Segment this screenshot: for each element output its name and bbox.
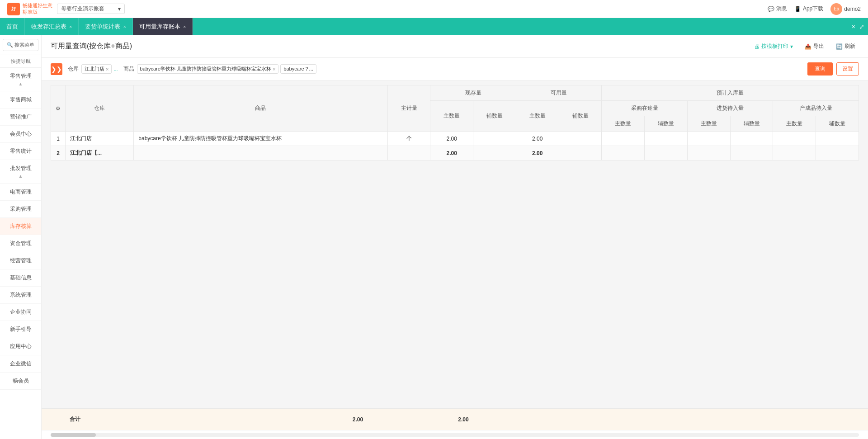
- row2-available-aux: [559, 146, 602, 160]
- production-aux-header: 辅数量: [816, 116, 859, 132]
- sidebar-item-purchase[interactable]: 采购管理: [0, 201, 41, 218]
- sidebar-item-member[interactable]: 会员中心: [0, 126, 41, 143]
- available-aux-qty-header: 辅数量: [559, 101, 602, 132]
- row1-index: 1: [51, 132, 66, 146]
- row2-index: 2: [51, 146, 66, 160]
- export-btn[interactable]: 📤 导出: [801, 41, 828, 52]
- tab-home[interactable]: 首页: [0, 18, 25, 35]
- row1-product: babycare学饮杯 儿童防摔防撞吸管杯重力球吸嘴杯宝宝水杯: [134, 132, 387, 146]
- filter-expand-btn[interactable]: ❯❯: [51, 63, 62, 75]
- purchase-aux-header: 辅数量: [645, 116, 688, 132]
- summary-current-aux: [384, 412, 437, 426]
- user-area[interactable]: Ea demo2: [830, 3, 861, 15]
- row2-warehouse: 江北门店【...: [66, 146, 134, 160]
- close-all-btn[interactable]: ×: [852, 23, 855, 30]
- nav-window-btns: × ⤢: [848, 18, 868, 35]
- template-print-btn[interactable]: 🖨 按模板打印 ▾: [750, 41, 797, 52]
- search-menu-btn[interactable]: 🔍 搜索菜单: [3, 39, 38, 51]
- row1-available-main: 2.00: [516, 132, 559, 146]
- product-tag-1[interactable]: babycare学饮杯 儿童防摔防撞吸管杯重力球吸嘴杯宝宝水杯 ×: [137, 64, 279, 74]
- message-btn[interactable]: 💬 消息: [768, 5, 787, 13]
- page-title: 可用量查询(按仓库+商品): [51, 42, 132, 51]
- chevron-icon-wholesale: ▲: [19, 174, 23, 179]
- maximize-btn[interactable]: ⤢: [859, 23, 864, 30]
- scrollbar-track[interactable]: [51, 433, 859, 437]
- close-available-tab[interactable]: ×: [183, 24, 186, 29]
- sidebar-item-newbie[interactable]: 新手引导: [0, 321, 41, 338]
- row1-production-aux: [816, 132, 859, 146]
- close-receipt-tab[interactable]: ×: [69, 24, 72, 29]
- app-download-btn[interactable]: 📱 App下载: [794, 5, 823, 13]
- tab-order-stats[interactable]: 要货单统计表 ×: [79, 18, 132, 35]
- sidebar-item-app-center[interactable]: 应用中心: [0, 338, 41, 355]
- sidebar-item-retail-mgmt[interactable]: 零售管理 ▲: [0, 68, 41, 91]
- row1-current-main: 2.00: [430, 132, 473, 146]
- sidebar-item-marketing[interactable]: 营销推广: [0, 109, 41, 126]
- sidebar-item-enterprise-collab[interactable]: 企业协同: [0, 304, 41, 321]
- gear-icon: ⚙: [56, 105, 61, 112]
- summary-p5: [754, 412, 807, 426]
- row1-unit: 个: [387, 132, 430, 146]
- sidebar-item-basic-info[interactable]: 基础信息: [0, 269, 41, 287]
- chevron-right-icon: ❯❯: [51, 66, 62, 73]
- content-area: 可用量查询(按仓库+商品) 🖨 按模板打印 ▾ 📤 导出 🔄 刷新: [42, 35, 868, 439]
- main-layout: 🔍 搜索菜单 快捷导航 零售管理 ▲ 零售商城 营销推广 会员中心 零售统计 批…: [0, 35, 868, 439]
- warehouse-filter: 仓库 江北门店 × ...: [68, 64, 118, 74]
- summary-table: 合计 2.00 2.00: [51, 412, 859, 426]
- incoming-main-header: 主数量: [687, 116, 730, 132]
- sidebar-item-wholesale[interactable]: 批发管理 ▲: [0, 160, 41, 184]
- industry-select[interactable]: 母婴行业演示账套 ▾: [57, 4, 125, 14]
- product-tag-2[interactable]: babycare？...: [280, 64, 316, 74]
- row2-product: [134, 146, 387, 160]
- scrollbar-thumb[interactable]: [51, 433, 96, 437]
- table-row: 2 江北门店【... 2.00 2.00: [51, 146, 859, 160]
- row1-purchase-aux: [645, 132, 688, 146]
- production-main-header: 主数量: [773, 116, 816, 132]
- close-order-tab[interactable]: ×: [123, 24, 126, 29]
- sidebar-item-retail-stats[interactable]: 零售统计: [0, 143, 41, 160]
- sidebar-item-operations[interactable]: 经营管理: [0, 252, 41, 269]
- remove-warehouse-tag[interactable]: ×: [106, 66, 108, 72]
- page-actions: 🖨 按模板打印 ▾ 📤 导出 🔄 刷新: [750, 41, 859, 52]
- settings-col-header[interactable]: ⚙: [51, 85, 66, 132]
- summary-empty2: [94, 412, 292, 426]
- refresh-btn[interactable]: 🔄 刷新: [832, 41, 859, 52]
- sidebar-item-system[interactable]: 系统管理: [0, 287, 41, 304]
- top-bar-right: 💬 消息 📱 App下载 Ea demo2: [768, 3, 861, 15]
- footer-scrollbar: [42, 430, 868, 439]
- remove-product-tag-1[interactable]: ×: [273, 66, 275, 72]
- tab-available-stock[interactable]: 可用量库存账本 ×: [133, 18, 193, 35]
- tab-receipt-summary[interactable]: 收发存汇总表 ×: [25, 18, 79, 35]
- query-btn[interactable]: 查询: [807, 62, 833, 76]
- sidebar: 🔍 搜索菜单 快捷导航 零售管理 ▲ 零售商城 营销推广 会员中心 零售统计 批…: [0, 35, 42, 439]
- chevron-icon: ▲: [19, 81, 23, 86]
- sidebar-item-wechat[interactable]: 企业微信: [0, 355, 41, 373]
- row1-incoming-main: [687, 132, 730, 146]
- sidebar-item-finance[interactable]: 资金管理: [0, 235, 41, 252]
- warehouse-more[interactable]: ...: [113, 66, 118, 72]
- current-main-qty-header: 主数量: [430, 101, 473, 132]
- sidebar-item-member-pro[interactable]: 畅会员: [0, 373, 41, 390]
- row2-purchase-main: [602, 146, 645, 160]
- sidebar-item-inventory[interactable]: 库存核算: [0, 218, 41, 235]
- warehouse-tag[interactable]: 江北门店 ×: [81, 64, 112, 74]
- avatar: Ea: [830, 3, 842, 15]
- summary-p1: [542, 412, 595, 426]
- data-table: ⚙ 仓库 商品 主计量 现存量 可用量 预计入库量 主数量 辅数量 主数量 辅数…: [51, 85, 859, 160]
- current-aux-qty-header: 辅数量: [473, 101, 516, 132]
- summary-bar: 合计 2.00 2.00: [42, 408, 868, 430]
- export-icon: 📤: [805, 43, 811, 50]
- sidebar-item-ecommerce[interactable]: 电商管理: [0, 184, 41, 201]
- product-tags: babycare学饮杯 儿童防摔防撞吸管杯重力球吸嘴杯宝宝水杯 × babyca…: [137, 64, 316, 74]
- quick-nav-btn[interactable]: 快捷导航: [0, 55, 41, 68]
- row2-incoming-main: [687, 146, 730, 160]
- available-col-header: 可用量: [516, 85, 602, 101]
- sidebar-search-area: 🔍 搜索菜单: [0, 35, 41, 55]
- settings-btn[interactable]: 设置: [836, 62, 859, 76]
- sidebar-item-retail-shop[interactable]: 零售商城: [0, 91, 41, 109]
- product-col-header: 商品: [134, 85, 387, 132]
- row1-production-main: [773, 132, 816, 146]
- row1-incoming-aux: [730, 132, 773, 146]
- purchase-main-header: 主数量: [602, 116, 645, 132]
- product-label: 商品: [123, 65, 134, 73]
